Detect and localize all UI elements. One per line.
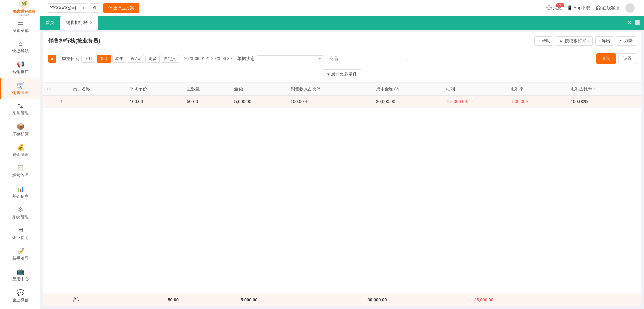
company-selector[interactable]: XXXXXX公司 ▾ bbox=[47, 3, 87, 13]
sidebar-item-search[interactable]: ☰ 搜索菜单 bbox=[0, 16, 40, 37]
sidebar-item-quicknav[interactable]: ⌂ 快捷导航 bbox=[0, 37, 40, 57]
expand-conditions-button[interactable]: ▾ 展开更多条件 bbox=[323, 69, 361, 79]
refresh-label: 刷新 bbox=[624, 38, 633, 44]
col-profit-rate: 毛利率 bbox=[507, 83, 566, 96]
sidebar-item-label: 基础信息 bbox=[12, 194, 29, 199]
content-area: 首页 销售排行榜 ✕ ✕ ⬜ 销售排行榜(按业务员) ? 帮助 bbox=[40, 16, 644, 309]
date-btn-7days[interactable]: 近7天 bbox=[128, 55, 144, 63]
logo-text: 畅康通好生意 bbox=[13, 9, 35, 14]
date-btn-this-month[interactable]: 本月 bbox=[97, 55, 111, 63]
sidebar-item-label: 企业微信 bbox=[12, 297, 29, 303]
data-table: ⚙ 员工名称 平均单价 主数量 全额 销售收入占比% 成本全额 ? 毛利 bbox=[43, 83, 641, 108]
system-icon: ⚙ bbox=[18, 206, 23, 213]
col-name: 员工名称 bbox=[69, 83, 126, 96]
svg-text:🌿: 🌿 bbox=[22, 1, 27, 6]
apps-icon: 📺 bbox=[17, 268, 24, 275]
basic-info-icon: 📊 bbox=[17, 185, 24, 193]
footer-sales-pct bbox=[333, 293, 363, 306]
row-profit-pct: 100.00% bbox=[567, 96, 641, 108]
date-btn-custom[interactable]: 自定义 bbox=[161, 55, 179, 63]
status-filter: 单据状态 ▾ bbox=[237, 55, 324, 62]
filter-bar: ▶ 单据日期 上月 本月 本年 近7天 更多 自定义 2023 bbox=[43, 50, 641, 83]
sidebar-item-label: 采购管理 bbox=[12, 110, 29, 116]
settings-button[interactable]: 设置 bbox=[618, 53, 636, 64]
settings-icon[interactable]: ⚙ bbox=[90, 3, 99, 13]
sidebar-item-label: 企业协同 bbox=[12, 235, 29, 241]
sidebar-item-label: 资金管理 bbox=[12, 152, 29, 158]
row-sales-pct: 100.00% bbox=[287, 96, 372, 108]
message-icon: 💬 bbox=[546, 5, 552, 10]
sidebar-item-finance[interactable]: 💰 资金管理 bbox=[0, 140, 40, 161]
sidebar-item-basic-info[interactable]: 📊 基础信息 bbox=[0, 182, 40, 203]
sidebar-item-enterprise[interactable]: 🖥 企业协同 bbox=[0, 223, 40, 244]
date-btn-last-month[interactable]: 上月 bbox=[81, 55, 95, 63]
row-rank: 1 bbox=[55, 96, 69, 108]
company-name: XXXXXX公司 bbox=[50, 5, 81, 11]
goods-input[interactable] bbox=[340, 55, 402, 63]
app-download-button[interactable]: 📱 App下载 bbox=[567, 5, 590, 11]
online-service-button[interactable]: 🎧 在线客服 bbox=[596, 5, 620, 11]
sidebar-item-system[interactable]: ⚙ 系统管理 bbox=[0, 203, 40, 223]
row-name bbox=[69, 96, 126, 108]
profit-pct-sort-icon[interactable]: ⇅ bbox=[593, 87, 596, 91]
table-row: 1 100.00 50.00 5,000.00 100.00% 30,000.0… bbox=[43, 96, 641, 108]
main-layout: ☰ 搜索菜单 ⌂ 快捷导航 📢 营销推广 🛒 销售管理 🛍 采购管理 📦 库存核… bbox=[0, 16, 644, 309]
more-filters-icon[interactable]: ··· bbox=[404, 56, 408, 61]
export-button[interactable]: ↑ 导出 bbox=[595, 36, 614, 46]
cost-info-icon[interactable]: ? bbox=[394, 87, 399, 91]
help-button[interactable]: ? 帮助 bbox=[534, 36, 553, 46]
date-btn-this-year[interactable]: 本年 bbox=[112, 55, 126, 63]
chevron-down-icon: ▾ bbox=[83, 6, 84, 10]
sidebar-item-label: 快捷导航 bbox=[12, 48, 29, 54]
headset-icon: 🎧 bbox=[596, 5, 601, 10]
window-maximize-icon[interactable]: ⬜ bbox=[634, 20, 640, 25]
top-bar: 🌿 畅康通好生意 标准版 XXXXXX公司 ▾ ⚙ 体验行业方案 💬 消息 99… bbox=[0, 0, 644, 16]
sidebar-item-label: 销售管理 bbox=[12, 90, 29, 96]
sidebar-item-label: 库存核算 bbox=[12, 131, 29, 137]
col-profit: 毛利 bbox=[442, 83, 507, 96]
expand-row: ▾ 展开更多条件 bbox=[48, 67, 636, 79]
row-profit-rate: -500.00% bbox=[507, 96, 566, 108]
filter-row-1: ▶ 单据日期 上月 本月 本年 近7天 更多 自定义 2023 bbox=[48, 53, 636, 64]
sidebar-item-management[interactable]: 📋 经营管理 bbox=[0, 161, 40, 182]
tab-bar: 首页 销售排行榜 ✕ ✕ ⬜ bbox=[40, 16, 644, 30]
sidebar: ☰ 搜索菜单 ⌂ 快捷导航 📢 营销推广 🛒 销售管理 🛍 采购管理 📦 库存核… bbox=[0, 16, 40, 309]
sidebar-item-purchase[interactable]: 🛍 采购管理 bbox=[0, 99, 40, 119]
sidebar-item-inventory[interactable]: 📦 库存核算 bbox=[0, 119, 40, 140]
message-button[interactable]: 💬 消息 99+ bbox=[546, 5, 562, 11]
sidebar-item-member[interactable]: V 畅会员 bbox=[0, 306, 40, 309]
tab-sales-ranking[interactable]: 销售排行榜 ✕ bbox=[60, 16, 98, 30]
sidebar-item-guide[interactable]: 📝 新手引导 bbox=[0, 244, 40, 265]
footer-label: 合计 bbox=[69, 293, 133, 306]
phone-icon: 📱 bbox=[567, 5, 572, 10]
filter-expand-arrow[interactable]: ▶ bbox=[48, 55, 56, 63]
avatar[interactable] bbox=[625, 3, 635, 13]
sidebar-item-label: 新手引导 bbox=[12, 256, 29, 261]
table-spacer bbox=[43, 108, 641, 293]
sidebar-item-wechat[interactable]: 💬 企业微信 bbox=[0, 286, 40, 306]
footer-profit-pct bbox=[610, 293, 641, 306]
refresh-button[interactable]: ↻ 刷新 bbox=[616, 36, 636, 46]
tab-home[interactable]: 首页 bbox=[40, 16, 60, 30]
status-chevron-icon: ▾ bbox=[319, 57, 321, 61]
status-label: 单据状态 bbox=[237, 56, 255, 62]
status-select[interactable]: ▾ bbox=[257, 55, 324, 62]
sidebar-item-sales[interactable]: 🛒 销售管理 bbox=[0, 78, 40, 99]
search-button[interactable]: 查询 bbox=[596, 53, 616, 64]
row-cost: 30,000.00 bbox=[372, 96, 442, 108]
sidebar-item-marketing[interactable]: 📢 营销推广 bbox=[0, 57, 40, 78]
row-avg-price: 100.00 bbox=[126, 96, 183, 108]
col-profit-pct: 毛利占比% ⇅ bbox=[567, 83, 641, 96]
goods-label: 商品 bbox=[329, 56, 338, 62]
col-settings: ⚙ bbox=[43, 83, 55, 96]
sidebar-item-label: 搜索菜单 bbox=[12, 28, 29, 34]
window-close-icon[interactable]: ✕ bbox=[628, 20, 632, 25]
footer-table: 合计 50.00 5,000.00 30,000.00 -25,000.00 bbox=[43, 293, 641, 306]
print-button[interactable]: 🖨 按模板打印 ▾ bbox=[556, 36, 593, 46]
row-amount: 5,000.00 bbox=[230, 96, 286, 108]
trial-button[interactable]: 体验行业方案 bbox=[103, 3, 139, 13]
sidebar-item-apps[interactable]: 📺 应用中心 bbox=[0, 265, 40, 286]
logo-area: 🌿 畅康通好生意 标准版 bbox=[4, 0, 44, 18]
tab-close-icon[interactable]: ✕ bbox=[90, 20, 93, 25]
date-btn-more[interactable]: 更多 bbox=[145, 55, 160, 63]
